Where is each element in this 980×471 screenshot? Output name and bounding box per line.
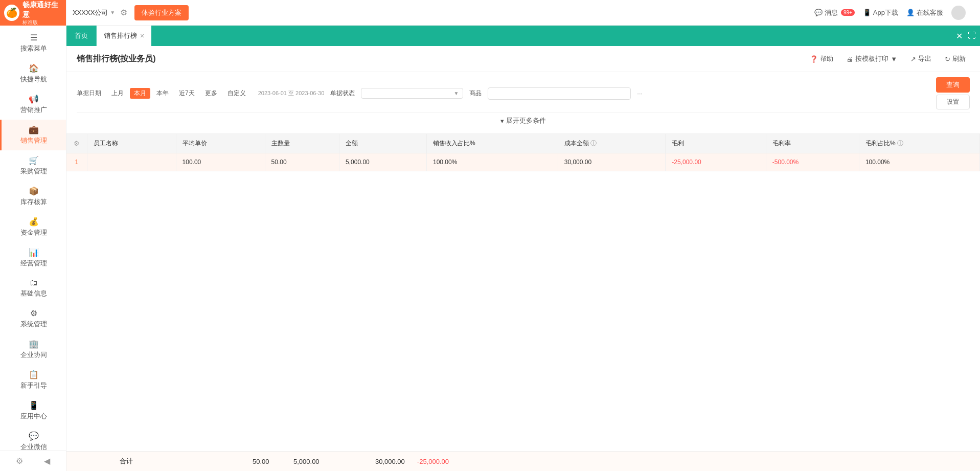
cost-info-icon[interactable]: ⓘ xyxy=(590,140,597,147)
sidebar-label-basic-info: 基础信息 xyxy=(20,289,47,298)
sidebar-label-inventory: 库存核算 xyxy=(20,197,47,207)
sidebar-label-system: 系统管理 xyxy=(20,320,47,329)
sidebar-label-marketing: 营销推广 xyxy=(20,105,47,115)
footer-total-label: 合计 xyxy=(113,457,206,466)
collapse-icon[interactable]: ◀ xyxy=(44,456,50,466)
help-icon: ❓ xyxy=(810,55,818,63)
date-tab-prev[interactable]: 上月 xyxy=(107,88,128,99)
online-service-label: 在线客服 xyxy=(917,8,943,17)
sidebar-item-basic-info[interactable]: 🗂 基础信息 xyxy=(0,273,66,303)
date-tab-year[interactable]: 本年 xyxy=(152,88,173,99)
sidebar-item-enterprise[interactable]: 🏢 企业协同 xyxy=(0,334,66,365)
tabbar: 首页 销售排行榜 × ✕ ⛶ xyxy=(66,26,980,46)
app-download-label: App下载 xyxy=(873,8,898,17)
topbar-right: 💬 消息 99+ 📱 App下载 👤 在线客服 xyxy=(814,6,974,20)
sidebar-item-system[interactable]: ⚙ 系统管理 xyxy=(0,303,66,334)
print-dropdown-icon: ▼ xyxy=(891,55,897,63)
tabbar-maximize-icon[interactable]: ⛶ xyxy=(968,31,976,40)
tab-home[interactable]: 首页 xyxy=(66,26,97,46)
sidebar-label-weixin: 企业微信 xyxy=(20,442,47,451)
status-select[interactable]: ▼ xyxy=(361,88,463,99)
table-body: 1 100.00 50.00 5,000.00 100.00% 30,000.0… xyxy=(66,153,980,171)
app-logo: 🍊 畅康通好生意 标准版 xyxy=(0,0,66,26)
page-title: 销售排行榜(按业务员) xyxy=(77,54,156,64)
print-icon: 🖨 xyxy=(847,55,853,63)
app-download-btn[interactable]: 📱 App下载 xyxy=(863,8,898,17)
status-dropdown-icon: ▼ xyxy=(453,91,459,96)
logo-main: 畅康通好生意 xyxy=(22,0,62,18)
sidebar-item-weixin[interactable]: 💬 企业微信 xyxy=(0,426,66,451)
data-table-container: ⚙ 员工名称 平均单价 主数量 全额 销售收入占比% 成本全额 ⓘ 毛利 毛利率… xyxy=(66,134,980,451)
product-more-icon[interactable]: ··· xyxy=(637,89,643,97)
sidebar-item-guide[interactable]: 📋 新手引导 xyxy=(0,365,66,395)
gross-ratio-info-icon[interactable]: ⓘ xyxy=(897,140,903,147)
tabbar-close-icon[interactable]: ✕ xyxy=(956,31,963,41)
sidebar-label-purchase: 采购管理 xyxy=(20,167,47,176)
tab-home-label: 首页 xyxy=(75,31,88,40)
sidebar-item-marketing[interactable]: 📢 营销推广 xyxy=(0,89,66,120)
col-sales-ratio-header: 销售收入占比% xyxy=(427,134,558,153)
company-dropdown-icon: ▼ xyxy=(110,10,115,15)
sidebar-icon-enterprise: 🏢 xyxy=(29,339,39,349)
sidebar-item-inventory[interactable]: 📦 库存核算 xyxy=(0,181,66,212)
sidebar-item-app-center[interactable]: 📱 应用中心 xyxy=(0,395,66,426)
date-tab-7days[interactable]: 近7天 xyxy=(175,88,199,99)
tab-active-label: 销售排行榜 xyxy=(104,31,137,40)
expand-more-btn[interactable]: ▾ 展开更多条件 xyxy=(500,116,546,125)
product-label: 商品 xyxy=(469,89,482,98)
sidebar-label-guide: 新手引导 xyxy=(20,381,47,390)
expand-label: 展开更多条件 xyxy=(506,116,546,125)
expand-icon: ▾ xyxy=(500,117,504,125)
table-row: 1 100.00 50.00 5,000.00 100.00% 30,000.0… xyxy=(66,153,980,171)
message-label: 消息 xyxy=(825,8,838,17)
table-head: ⚙ 员工名称 平均单价 主数量 全额 销售收入占比% 成本全额 ⓘ 毛利 毛利率… xyxy=(66,134,980,153)
filter-row-1: 单据日期 上月 本月 本年 近7天 更多 自定义 2023-06-01 至 20… xyxy=(77,77,970,109)
sidebar-item-quick-nav[interactable]: 🏠 快捷导航 xyxy=(0,58,66,89)
refresh-btn[interactable]: ↻ 刷新 xyxy=(941,52,970,65)
query-btn[interactable]: 查询 xyxy=(936,77,970,93)
cell-amount: 5,000.00 xyxy=(339,153,427,171)
product-input[interactable] xyxy=(488,87,631,100)
sidebar-item-search-order[interactable]: ☰ 搜索菜单 xyxy=(0,28,66,58)
sidebar-icon-sales: 💼 xyxy=(29,125,39,134)
sidebar-icon-search-order: ☰ xyxy=(30,33,37,42)
sidebar-item-finance[interactable]: 💰 资金管理 xyxy=(0,212,66,242)
sidebar-item-purchase[interactable]: 🛒 采购管理 xyxy=(0,150,66,181)
tab-close-icon[interactable]: × xyxy=(140,32,144,40)
col-settings: ⚙ xyxy=(66,134,87,153)
date-label: 单据日期 xyxy=(77,89,101,98)
help-btn[interactable]: ❓ 帮助 xyxy=(806,52,837,65)
sidebar-item-sales[interactable]: 💼 销售管理 xyxy=(0,120,66,150)
col-settings-icon[interactable]: ⚙ xyxy=(74,140,80,147)
sidebar-item-operations[interactable]: 📊 经营管理 xyxy=(0,242,66,273)
online-service-icon: 👤 xyxy=(906,9,915,16)
topbar-settings-icon[interactable]: ⚙ xyxy=(120,8,127,17)
col-amount-header: 全额 xyxy=(339,134,427,153)
settings-icon[interactable]: ⚙ xyxy=(16,456,23,466)
footer-amount: 5,000.00 xyxy=(287,458,328,465)
date-tab-more[interactable]: 更多 xyxy=(201,88,221,99)
date-tab-custom[interactable]: 自定义 xyxy=(223,88,250,99)
cell-avg-price: 100.00 xyxy=(176,153,265,171)
template-print-btn[interactable]: 🖨 按模板打印 ▼ xyxy=(842,52,901,65)
sidebar-icon-operations: 📊 xyxy=(29,248,39,257)
col-main-qty-header: 主数量 xyxy=(265,134,339,153)
filter-settings-btn[interactable]: 设置 xyxy=(936,95,970,109)
trial-btn[interactable]: 体验行业方案 xyxy=(134,5,189,20)
footer-cost: 30,000.00 xyxy=(369,458,411,465)
sidebar-icon-purchase: 🛒 xyxy=(29,155,39,165)
avatar[interactable] xyxy=(951,6,966,20)
company-selector[interactable]: XXXXX公司 ▼ xyxy=(73,8,115,17)
online-service-btn[interactable]: 👤 在线客服 xyxy=(906,8,943,17)
sidebar-icon-inventory: 📦 xyxy=(29,186,39,196)
tab-sales-ranking[interactable]: 销售排行榜 × xyxy=(97,26,151,46)
topbar: XXXXX公司 ▼ ⚙ 体验行业方案 💬 消息 99+ 📱 App下载 👤 在线… xyxy=(66,0,980,26)
col-cost-header: 成本全额 ⓘ xyxy=(558,134,666,153)
footer-main-qty: 50.00 xyxy=(246,458,287,465)
date-tab-current[interactable]: 本月 xyxy=(130,88,150,99)
cell-gross-rate: -500.00% xyxy=(766,153,859,171)
message-btn[interactable]: 💬 消息 99+ xyxy=(814,8,855,17)
page-actions: ❓ 帮助 🖨 按模板打印 ▼ ↗ 导出 ↻ 刷新 xyxy=(806,52,970,65)
app-download-icon: 📱 xyxy=(863,9,871,16)
export-btn[interactable]: ↗ 导出 xyxy=(906,52,936,65)
